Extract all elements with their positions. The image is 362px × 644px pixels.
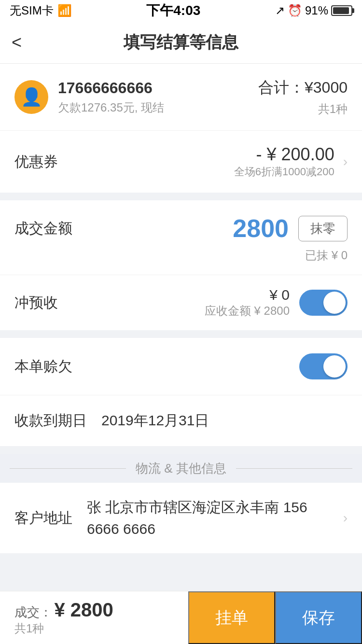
debit-label: 本单赊欠 [14,357,72,377]
customer-phone: 17666666666 [58,79,258,97]
prepaid-toggle[interactable] [299,290,348,316]
toggle-circle [323,292,346,314]
nav-bar: < 填写结算等信息 [0,21,362,64]
debit-row: 本单赊欠 [0,338,362,395]
duedate-row: 收款到期日 2019年12月31日 [0,395,362,446]
address-chevron-icon: › [343,510,348,526]
prepaid-right: ¥ 0 应收金额 ¥ 2800 [205,287,348,319]
location-icon: ↗ [275,4,285,17]
bottom-deal-label: 成交： [14,605,52,619]
prepaid-value: ¥ 0 [205,287,290,303]
address-label: 客户地址 [14,508,72,528]
customer-total: 合计：¥3000 共1种 [258,77,348,117]
carrier-text: 无SIM卡 [10,3,54,18]
duedate-value: 2019年12月31日 [101,411,209,431]
bottom-bar: 成交： ¥ 2800 共1种 挂单 保存 [0,591,362,644]
bottom-deal-amount: ¥ 2800 [54,599,113,620]
status-left: 无SIM卡 📶 [10,3,72,18]
customer-info: 17666666666 欠款1276.35元, 现结 [58,79,258,115]
debit-toggle[interactable] [299,353,348,379]
duedate-label: 收款到期日 [14,411,87,431]
back-button[interactable]: < [12,32,22,53]
status-right: ↗ ⏰ 91% [275,4,352,17]
prepaid-sub: 应收金额 ¥ 2800 [205,303,290,319]
status-bar: 无SIM卡 📶 下午4:03 ↗ ⏰ 91% [0,0,362,21]
deal-amount-card: 成交金额 2800 抹零 已抹 ¥ 0 冲预收 ¥ 0 应收金额 ¥ 2800 [0,200,362,330]
battery-icon [331,5,352,16]
address-row[interactable]: 客户地址 张 北京市市辖区海淀区永丰南 156 6666 6666 › [0,483,362,553]
avatar: 👤 [14,80,48,114]
address-value: 张 北京市市辖区海淀区永丰南 156 6666 6666 [87,496,339,540]
pending-button[interactable]: 挂单 [188,591,275,644]
debit-toggle-circle [323,355,346,378]
coupon-label: 优惠券 [14,152,58,172]
alarm-icon: ⏰ [288,4,302,17]
bottom-deal-count: 共1种 [14,621,188,636]
customer-debt: 欠款1276.35元, 现结 [58,100,258,115]
coupon-chevron-icon: › [343,154,348,169]
battery-percent: 91% [305,4,328,17]
round-button[interactable]: 抹零 [298,216,348,241]
content-area: 👤 17666666666 欠款1276.35元, 现结 合计：¥3000 共1… [0,64,362,644]
status-time: 下午4:03 [146,1,200,20]
section-divider-label: 物流 & 其他信息 [136,460,226,477]
total-amount: 合计：¥3000 [258,77,348,98]
deal-amount-value: 2800 [233,214,289,243]
prepaid-label: 冲预收 [14,293,58,313]
prepaid-row: 冲预收 ¥ 0 应收金额 ¥ 2800 [0,275,362,330]
wifi-icon: 📶 [57,4,72,17]
customer-card: 👤 17666666666 欠款1276.35元, 现结 合计：¥3000 共1… [0,64,362,193]
deal-amount-row: 成交金额 2800 抹零 [0,200,362,248]
deal-amount-right: 2800 抹零 [233,214,348,243]
coupon-discount: - ¥ 200.00 [234,144,334,165]
bottom-info: 成交： ¥ 2800 共1种 [0,591,188,644]
debit-card: 本单赊欠 收款到期日 2019年12月31日 [0,338,362,446]
page-title: 填写结算等信息 [124,31,238,54]
section-divider: 物流 & 其他信息 [0,454,362,483]
deal-amount-label: 成交金额 [14,219,72,238]
bottom-deal-line: 成交： ¥ 2800 [14,599,188,621]
customer-row: 👤 17666666666 欠款1276.35元, 现结 合计：¥3000 共1… [0,64,362,130]
prepaid-amount: ¥ 0 应收金额 ¥ 2800 [205,287,290,319]
coupon-desc: 全场6折满1000减200 [234,165,334,179]
coupon-info: - ¥ 200.00 全场6折满1000减200 [234,144,334,179]
save-button[interactable]: 保存 [275,591,362,644]
coupon-right: - ¥ 200.00 全场6折满1000减200 › [234,144,348,179]
coupon-row[interactable]: 优惠券 - ¥ 200.00 全场6折满1000减200 › [0,130,362,193]
avatar-icon: 👤 [21,87,42,107]
address-card: 客户地址 张 北京市市辖区海淀区永丰南 156 6666 6666 › [0,483,362,553]
total-count: 共1种 [258,101,348,117]
deal-sub-label: 已抹 ¥ 0 [0,248,362,275]
